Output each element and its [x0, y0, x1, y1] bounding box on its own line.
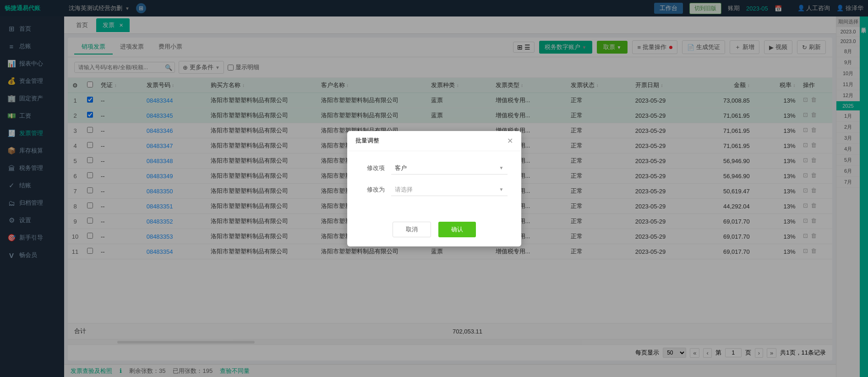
modal-confirm-button[interactable]: 确认 — [438, 222, 476, 237]
modify-item-value: 客户 — [395, 164, 407, 172]
modal-header: 批量调整 ✕ — [347, 131, 521, 151]
modal-close-button[interactable]: ✕ — [507, 137, 513, 145]
batch-adjust-modal: 批量调整 ✕ 修改项 客户 ▼ 修改为 请选择 ▼ 取消 确认 — [347, 131, 521, 246]
modal-footer: 取消 确认 — [347, 216, 521, 246]
modify-item-select[interactable]: 客户 ▼ — [391, 162, 508, 175]
modal-overlay[interactable]: 批量调整 ✕ 修改项 客户 ▼ 修改为 请选择 ▼ 取消 确认 — [0, 0, 868, 377]
modify-item-chevron-icon: ▼ — [499, 165, 504, 170]
modal-title: 批量调整 — [355, 137, 379, 145]
modify-item-label: 修改项 — [361, 164, 385, 172]
modify-to-label: 修改为 — [361, 186, 385, 194]
modal-modify-item-row: 修改项 客户 ▼ — [361, 162, 508, 175]
modal-modify-to-row: 修改为 请选择 ▼ — [361, 184, 508, 196]
modal-cancel-button[interactable]: 取消 — [393, 222, 431, 237]
modify-to-select[interactable]: 请选择 ▼ — [391, 184, 508, 196]
modal-body: 修改项 客户 ▼ 修改为 请选择 ▼ — [347, 151, 521, 216]
modify-to-chevron-icon: ▼ — [499, 187, 504, 192]
modify-to-placeholder: 请选择 — [395, 186, 413, 194]
